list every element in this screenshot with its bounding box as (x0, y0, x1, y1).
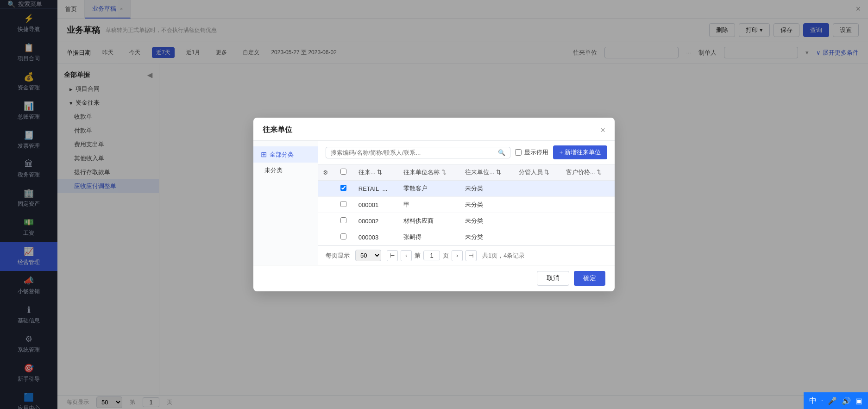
confirm-button[interactable]: 确定 (574, 271, 605, 286)
row-checkbox[interactable] (336, 197, 354, 213)
dialog-pagination: 每页显示 50 100 ⊢ ‹ 第 页 › ⊣ 共1页，4条记录 (318, 245, 615, 265)
col-category[interactable]: 往来单位... ⇅ (460, 164, 514, 181)
taskbar-speaker-icon[interactable]: 🔊 (842, 396, 851, 405)
row-code: 000002 (354, 213, 399, 229)
add-party-button[interactable]: + 新增往来单位 (553, 145, 607, 159)
dialog-table-body: RETAIL_... 零散客户 未分类 000001 甲 (318, 181, 615, 245)
row-code: 000001 (354, 197, 399, 213)
show-disabled-toggle[interactable]: 显示停用 (515, 148, 548, 157)
row-checkbox[interactable] (336, 213, 354, 229)
row-price (561, 229, 615, 245)
taskbar-layout-icon[interactable]: ▣ (855, 396, 862, 405)
row-checkbox[interactable] (336, 181, 354, 197)
row-manager (514, 229, 561, 245)
col-select (336, 164, 354, 181)
row-name: 材料供应商 (399, 213, 460, 229)
table-row[interactable]: 000001 甲 未分类 (318, 197, 615, 213)
row-code: 000003 (354, 229, 399, 245)
row-manager (514, 213, 561, 229)
dialog-search-input[interactable] (331, 149, 495, 156)
row-price (561, 181, 615, 197)
prev-page-btn[interactable]: ‹ (401, 250, 412, 261)
row-price (561, 197, 615, 213)
table-row[interactable]: 000003 张嗣得 未分类 (318, 229, 615, 245)
col-name[interactable]: 往来单位名称 ⇅ (399, 164, 460, 181)
table-row[interactable]: 000002 材料供应商 未分类 (318, 213, 615, 229)
row-settings (318, 229, 336, 245)
dialog-sidebar-uncategorized[interactable]: 未分类 (253, 163, 318, 178)
last-page-btn[interactable]: ⊣ (465, 250, 477, 261)
dialog-header: 往来单位 × (253, 118, 615, 141)
pagination-controls: ⊢ ‹ 第 页 › ⊣ (387, 250, 477, 261)
dialog-table-header: ⚙ 往来... ⇅ 往来单位名称 ⇅ 往来单位... ⇅ 分管人员 ⇅ 客户价格… (318, 164, 615, 181)
row-settings (318, 181, 336, 197)
dialog-table: ⚙ 往来... ⇅ 往来单位名称 ⇅ 往来单位... ⇅ 分管人员 ⇅ 客户价格… (318, 164, 615, 245)
col-code[interactable]: 往来... ⇅ (354, 164, 399, 181)
next-page-btn[interactable]: › (452, 250, 463, 261)
party-dialog: 往来单位 × ⊞ 全部分类 未分类 🔍 (253, 118, 615, 291)
dialog-main: 🔍 显示停用 + 新增往来单位 ⚙ (318, 141, 615, 265)
col-price-level[interactable]: 客户价格... ⇅ (561, 164, 615, 181)
dialog-sidebar-all[interactable]: ⊞ 全部分类 (253, 146, 318, 163)
row-name: 张嗣得 (399, 229, 460, 245)
col-manager[interactable]: 分管人员 ⇅ (514, 164, 561, 181)
search-icon: 🔍 (498, 149, 505, 156)
cancel-button[interactable]: 取消 (537, 271, 569, 286)
row-checkbox[interactable] (336, 229, 354, 245)
page-number-input[interactable] (423, 251, 440, 260)
row-manager (514, 197, 561, 213)
dialog-actions: 取消 确定 (253, 265, 615, 291)
row-category: 未分类 (460, 181, 514, 197)
row-name: 零散客户 (399, 181, 460, 197)
taskbar-chinese-icon[interactable]: 中 (809, 396, 817, 406)
dialog-table-wrap: ⚙ 往来... ⇅ 往来单位名称 ⇅ 往来单位... ⇅ 分管人员 ⇅ 客户价格… (318, 164, 615, 245)
select-all-checkbox[interactable] (340, 169, 346, 175)
dialog-sidebar: ⊞ 全部分类 未分类 (253, 141, 318, 265)
taskbar-mic-icon[interactable]: 🎤 (828, 396, 837, 405)
row-category: 未分类 (460, 229, 514, 245)
per-page-select[interactable]: 50 100 (355, 250, 381, 261)
show-disabled-checkbox[interactable] (515, 149, 522, 156)
dialog-body: ⊞ 全部分类 未分类 🔍 显示停用 (253, 141, 615, 265)
dialog-toolbar: 🔍 显示停用 + 新增往来单位 (318, 141, 615, 164)
row-code: RETAIL_... (354, 181, 399, 197)
page-label: 第 (415, 252, 421, 260)
row-category: 未分类 (460, 197, 514, 213)
row-manager (514, 181, 561, 197)
grid-icon: ⊞ (261, 150, 267, 159)
row-name: 甲 (399, 197, 460, 213)
row-price (561, 213, 615, 229)
row-settings (318, 213, 336, 229)
dialog-search-box[interactable]: 🔍 (326, 147, 510, 158)
dialog-title: 往来单位 (263, 125, 292, 135)
dialog-overlay[interactable]: 往来单位 × ⊞ 全部分类 未分类 🔍 (0, 0, 868, 409)
table-row[interactable]: RETAIL_... 零散客户 未分类 (318, 181, 615, 197)
col-settings: ⚙ (318, 164, 336, 181)
dialog-close-btn[interactable]: × (600, 126, 605, 134)
first-page-btn[interactable]: ⊢ (387, 250, 398, 261)
taskbar-dot-icon: · (821, 396, 823, 405)
row-settings (318, 197, 336, 213)
per-page-label: 每页显示 (326, 252, 350, 260)
taskbar: 中 · 🎤 🔊 ▣ (804, 392, 868, 409)
page-suffix: 页 (443, 252, 449, 260)
row-category: 未分类 (460, 213, 514, 229)
total-info: 共1页，4条记录 (482, 252, 525, 260)
